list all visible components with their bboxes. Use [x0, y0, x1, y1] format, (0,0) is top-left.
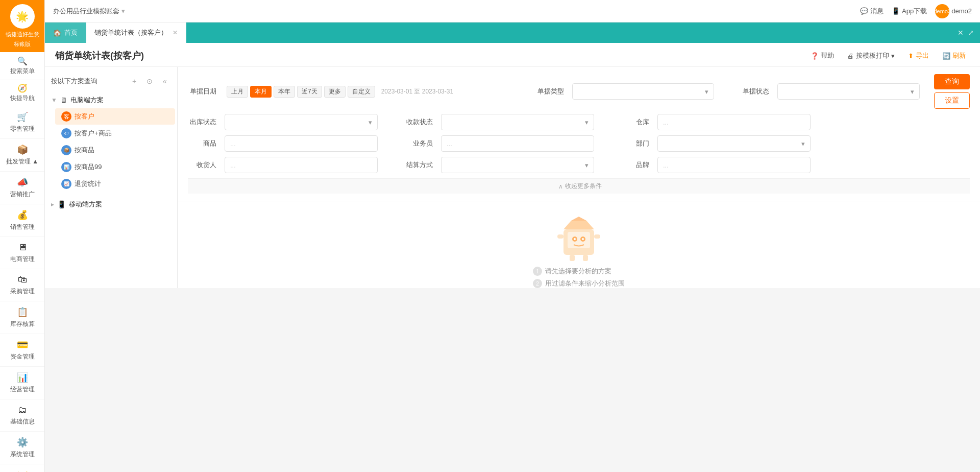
last-month-btn[interactable]: 上月	[227, 86, 248, 98]
scheme-return-stats[interactable]: 📈 退货统计	[55, 176, 175, 192]
goods99-icon: 📊	[61, 162, 71, 172]
filter-row-4: 收货人 ... 结算方式 品牌	[188, 157, 970, 173]
receiver-input[interactable]: ...	[225, 157, 378, 173]
doc-status-select[interactable]	[777, 83, 920, 100]
left-panel-header: 按以下方案查询 + ⊙ «	[45, 72, 177, 90]
payment-chevron	[585, 119, 589, 126]
add-scheme-btn[interactable]: +	[128, 75, 140, 87]
payment-select[interactable]	[441, 114, 594, 130]
topbar-right: 💬 消息 📱 App下载 demo2 demo2	[860, 4, 972, 18]
date-buttons: 上月 本月 本年 近7天 更多 自定义 2023-03-01 至 2023-03…	[227, 86, 453, 98]
data-area: 1 请先选择要分析的方案 2 用过滤条件来缩小分析范围	[178, 201, 980, 288]
refresh-scheme-btn[interactable]: ⊙	[143, 75, 156, 87]
sidebar-item-system[interactable]: ⚙️ 系统管理	[0, 432, 44, 464]
scheme-by-customer-goods[interactable]: 🏷 按客户+商品	[55, 125, 175, 141]
doc-status-label: 单据状态	[741, 87, 769, 96]
warehouse-input[interactable]: ...	[657, 114, 811, 130]
receiver-label: 收货人	[188, 160, 216, 170]
app-download-btn[interactable]: 📱 App下载	[892, 7, 927, 16]
brand-input[interactable]: ...	[657, 157, 811, 173]
sidebar-item-operation[interactable]: 📊 经营管理	[0, 367, 44, 399]
left-panel-actions: + ⊙ «	[128, 75, 171, 87]
dropdown-icon: ▾	[121, 7, 125, 15]
doc-type-select[interactable]	[572, 83, 715, 100]
collapse-bar[interactable]: ∧ 收起更多条件	[188, 178, 970, 194]
system-icon: ⚙️	[17, 437, 28, 448]
sidebar-item-finance[interactable]: 💳 资金管理	[0, 334, 44, 367]
help-btn[interactable]: ❓ 帮助	[806, 49, 838, 62]
filter-area: 单据日期 上月 本月 本年 近7天 更多 自定义 2023-03-01 至 20…	[178, 67, 980, 201]
message-btn[interactable]: 💬 消息	[860, 7, 884, 16]
tab-home[interactable]: 🏠 首页	[45, 22, 86, 43]
sidebar-item-wholesale[interactable]: 📦 批发管理 ▲	[0, 139, 44, 172]
scheme-by-goods-99[interactable]: 📊 按商品99	[55, 159, 175, 175]
desktop-scheme-header[interactable]: ▼ 🖥 电脑端方案	[45, 92, 177, 108]
query-button[interactable]: 查询	[934, 74, 970, 89]
last7-btn[interactable]: 近7天	[297, 86, 322, 98]
sidebar-item-inventory[interactable]: 📋 库存核算	[0, 301, 44, 334]
out-status-label: 出库状态	[188, 117, 216, 127]
sidebar-item-purchase[interactable]: 🛍 采购管理	[0, 269, 44, 301]
sidebar-item-enterprise[interactable]: 🤝 企业协同	[0, 464, 44, 472]
filter-row-1: 单据日期 上月 本月 本年 近7天 更多 自定义 2023-03-01 至 20…	[188, 74, 970, 109]
empty-tips: 1 请先选择要分析的方案 2 用过滤条件来缩小分析范围	[533, 267, 625, 288]
svg-point-5	[582, 238, 584, 240]
sidebar-logo[interactable]: 🌟 畅捷通好生意 标账版	[0, 0, 44, 52]
tab-sales-customer[interactable]: 销货单统计表（按客户） ✕	[86, 22, 186, 43]
finance-icon: 💳	[17, 339, 28, 350]
retail-icon: 🛒	[17, 111, 28, 123]
by-customer-goods-label: 按客户+商品	[75, 129, 112, 138]
set-button[interactable]: 设置	[934, 92, 970, 109]
by-goods-label: 按商品	[75, 146, 94, 155]
sidebar-item-sales[interactable]: 💰 销售管理	[0, 204, 44, 237]
settle-chevron	[585, 161, 589, 169]
out-status-select[interactable]	[225, 114, 378, 130]
filter-row-3: 商品 ... 业务员 ... 部门	[188, 135, 970, 152]
print-btn[interactable]: 🖨 按模板打印 ▾	[843, 49, 899, 62]
purchase-icon: 🛍	[18, 274, 27, 285]
dept-select[interactable]	[657, 135, 811, 152]
sidebar-item-marketing[interactable]: 📣 营销推广	[0, 172, 44, 204]
receiver-placeholder: ...	[230, 161, 236, 169]
this-month-btn[interactable]: 本月	[250, 86, 272, 98]
doc-status-chevron	[911, 88, 914, 96]
retail-label: 零售管理	[10, 125, 35, 133]
salesperson-input[interactable]: ...	[441, 135, 594, 152]
scheme-by-customer[interactable]: 客 按客户	[55, 108, 175, 125]
export-btn[interactable]: ⬆ 导出	[904, 49, 933, 62]
account-selector[interactable]: 办公用品行业模拟账套 ▾	[53, 7, 125, 16]
user-btn[interactable]: demo2 demo2	[935, 4, 972, 18]
sidebar-item-retail[interactable]: 🛒 零售管理	[0, 106, 44, 139]
settle-select[interactable]	[441, 157, 594, 173]
sidebar-search[interactable]: 🔍 搜索菜单	[0, 52, 44, 80]
mobile-section: ▸ 📱 移动端方案	[45, 195, 177, 214]
this-year-btn[interactable]: 本年	[274, 86, 295, 98]
svg-point-4	[574, 238, 576, 240]
custom-btn[interactable]: 自定义	[348, 86, 375, 98]
sidebar-item-basic[interactable]: 🗂 基础信息	[0, 399, 44, 432]
sidebar-item-ecom[interactable]: 🖥 电商管理	[0, 237, 44, 269]
more-btn[interactable]: 更多	[324, 86, 346, 98]
mobile-scheme-header[interactable]: ▸ 📱 移动端方案	[45, 197, 177, 212]
date-range-display: 2023-03-01 至 2023-03-31	[381, 87, 453, 96]
dept-chevron	[801, 140, 805, 148]
enterprise-icon: 🤝	[17, 469, 28, 472]
download-icon: 📱	[892, 7, 900, 15]
collapse-label: 收起更多条件	[565, 182, 602, 191]
print-dropdown-icon: ▾	[891, 52, 895, 60]
goods-icon: 📦	[61, 145, 71, 155]
refresh-btn[interactable]: 🔄 刷新	[938, 49, 970, 62]
close-window-icon[interactable]: ✕	[958, 29, 964, 37]
scheme-by-goods[interactable]: 📦 按商品	[55, 142, 175, 158]
tab-close-btn[interactable]: ✕	[173, 29, 178, 36]
page-header: 销货单统计表(按客户) ❓ 帮助 🖨 按模板打印 ▾ ⬆ 导出	[45, 43, 980, 67]
svg-rect-9	[583, 255, 588, 261]
goods-input[interactable]: ...	[225, 135, 378, 152]
mobile-icon: 📱	[57, 200, 66, 208]
avatar: demo2	[935, 4, 949, 18]
maximize-icon[interactable]: ⤢	[968, 29, 974, 37]
collapse-panel-btn[interactable]: «	[159, 75, 171, 87]
marketing-label: 营销推广	[10, 190, 35, 199]
account-name: 办公用品行业模拟账套	[53, 7, 119, 16]
sidebar-quick-nav[interactable]: 🧭 快捷导航	[0, 80, 44, 106]
